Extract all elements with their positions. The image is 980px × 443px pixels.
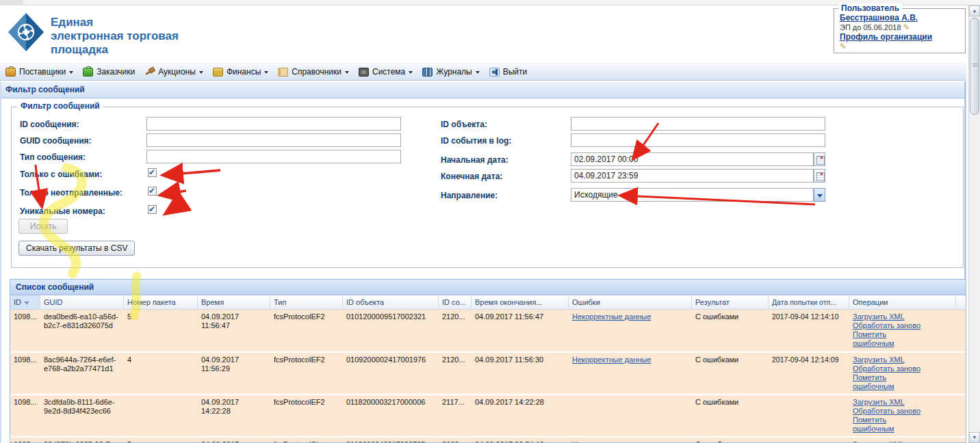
direction-select[interactable] (571, 188, 814, 202)
main-menubar: Поставщики Заказчики Аукционы Финансы Сп… (0, 63, 966, 81)
table-row[interactable]: 1098... 8ac9644a-7264-e6ef-e768-a2b2a774… (10, 351, 966, 394)
page-header: Единая электронная торговая площадка Пол… (0, 6, 966, 63)
briefcase-green-icon (83, 68, 93, 77)
message-guid-input[interactable] (146, 133, 401, 147)
menu-item-journals[interactable]: Журналы (422, 67, 479, 77)
calendar-icon[interactable] (814, 152, 825, 166)
start-date-input[interactable] (571, 152, 814, 166)
table-row[interactable]: 1098... 3cdfda9b-8111-6d6e-9e2d-8d34f423… (10, 394, 966, 436)
cell-attempt-date: 2017-09-04 12:14:09 (769, 353, 849, 394)
pen-icon[interactable]: ✎ (840, 43, 847, 50)
user-panel: Пользователь Бесстрашнова А.В. ЭП до 05.… (834, 8, 966, 53)
bank-icon (213, 68, 223, 77)
grid-header-row: ID GUID Номер пакета Время Тип ID объект… (10, 295, 966, 310)
menu-item-customers[interactable]: Заказчики (83, 67, 135, 77)
error-link[interactable]: Некорректные данные (572, 440, 651, 443)
column-header-type[interactable]: Тип (270, 295, 343, 309)
error-link[interactable]: Некорректные данные (572, 355, 651, 364)
message-type-input[interactable] (146, 150, 401, 163)
column-header-operations[interactable]: Операции (849, 295, 956, 309)
log-event-id-label: ID события в log: (441, 136, 511, 146)
scroll-up-icon[interactable]: ▲ (969, 5, 980, 16)
cell-guid: 8ac9644a-7264-e6ef-e768-a2b2a77471d1 (40, 353, 124, 394)
cell-end-time: 04.09.2017 22:54:10 (472, 438, 569, 443)
user-name-link[interactable]: Бесстрашнова А.В. (840, 13, 918, 23)
cell-packet: 4 (124, 353, 198, 394)
operation-link[interactable]: Обработать заново (853, 407, 920, 415)
menu-item-suppliers[interactable]: Поставщики (5, 67, 73, 77)
chip-icon (359, 68, 369, 77)
download-csv-button[interactable]: Скачать результаты в CSV (18, 241, 135, 256)
column-header-object-id[interactable]: ID объекта (343, 295, 439, 309)
column-header-result[interactable]: Результат (692, 295, 769, 309)
column-header-errors[interactable]: Ошибки (569, 295, 692, 309)
chevron-down-icon[interactable] (814, 188, 825, 202)
menu-item-finance[interactable]: Финансы (213, 67, 268, 77)
object-id-input[interactable] (571, 117, 825, 131)
message-type-label: Тип сообщения: (20, 152, 86, 162)
table-row[interactable]: 1098... 98d378b-9805-98-7... 5 04.09.201… (10, 436, 966, 443)
org-profile-link[interactable]: Профиль организации (840, 32, 932, 42)
search-button[interactable]: Искать (18, 219, 68, 234)
operation-link[interactable]: Загрузить XML (853, 355, 905, 364)
column-header-id[interactable]: ID (10, 295, 40, 309)
pen-icon[interactable]: ✎ (903, 24, 910, 31)
cell-operations: Загрузить XML (849, 438, 956, 443)
operation-link[interactable]: Загрузить XML (853, 440, 905, 443)
chevron-down-icon (409, 71, 413, 74)
sort-desc-icon (24, 301, 29, 305)
column-header-packet[interactable]: Номер пакета (124, 295, 198, 309)
operation-link[interactable]: Загрузить XML (853, 312, 905, 321)
cell-id-co: 2120... (439, 353, 472, 394)
column-header-attempt[interactable]: Дата попытки отп... (769, 295, 849, 309)
cell-packet: 5 (124, 310, 198, 351)
menu-item-label: Журналы (436, 67, 472, 77)
menu-item-directories[interactable]: Справочники (278, 67, 349, 77)
cell-attempt-date (769, 438, 849, 443)
menu-item-system[interactable]: Система (359, 67, 413, 77)
menu-item-label: Финансы (227, 67, 261, 77)
logo-diamond-icon (7, 11, 45, 53)
operation-link[interactable]: Пометить ошибочным (853, 330, 894, 347)
cell-errors: Некорректные данные (569, 438, 692, 443)
cell-attempt-date (769, 395, 849, 436)
cell-id: 1098... (10, 310, 40, 351)
cell-time: 04.09.2017 (198, 438, 270, 443)
cell-errors (569, 395, 692, 436)
cell-errors: Некорректные данные (569, 353, 692, 394)
column-header-id-co[interactable]: ID со... (439, 295, 472, 309)
menu-item-logout[interactable]: Выйти (489, 67, 528, 77)
cell-object-id: 0101200009517002321 (343, 310, 439, 351)
table-row[interactable]: 1098... dea0bed6-ea10-a56d-b2c7-e831d326… (10, 310, 966, 351)
operation-link[interactable]: Обработать заново (853, 364, 920, 373)
menu-item-label: Справочники (292, 67, 341, 77)
scrollbar-thumb[interactable] (970, 18, 979, 115)
browser-tab-remnant (0, 0, 23, 5)
operation-link[interactable]: Загрузить XML (853, 398, 905, 406)
log-event-id-input[interactable] (571, 133, 825, 147)
calendar-icon[interactable] (814, 169, 825, 183)
operation-link[interactable]: Пометить ошибочным (853, 416, 894, 433)
object-id-label: ID объекта: (441, 120, 487, 129)
message-id-input[interactable] (146, 117, 401, 131)
cell-time: 04.09.2017 11:56:47 (198, 310, 270, 351)
user-panel-legend: Пользователь (838, 3, 902, 13)
menu-item-auctions[interactable]: Аукционы (144, 67, 203, 77)
cell-result: С ошибками (692, 310, 769, 351)
cell-packet: 5 (124, 438, 198, 443)
unique-numbers-label: Уникальные номера: (20, 206, 105, 216)
error-link[interactable]: Некорректные данные (572, 312, 651, 321)
operation-link[interactable]: Пометить ошибочным (853, 373, 894, 390)
only-errors-label: Только с ошибками: (20, 170, 102, 179)
unique-numbers-checkbox[interactable] (148, 205, 157, 214)
only-errors-checkbox[interactable] (148, 168, 157, 177)
end-date-input[interactable] (571, 169, 814, 183)
vertical-scrollbar[interactable]: ▲ ▼ (968, 5, 980, 443)
only-unsent-checkbox[interactable] (148, 187, 157, 196)
operation-link[interactable]: Обработать заново (853, 321, 920, 330)
column-header-time[interactable]: Время (198, 295, 270, 309)
scroll-down-icon[interactable]: ▼ (969, 432, 980, 443)
column-header-end-time[interactable]: Время окончания... (472, 295, 569, 309)
column-header-guid[interactable]: GUID (40, 295, 124, 309)
site-logo[interactable]: Единая электронная торговая площадка (7, 10, 253, 60)
